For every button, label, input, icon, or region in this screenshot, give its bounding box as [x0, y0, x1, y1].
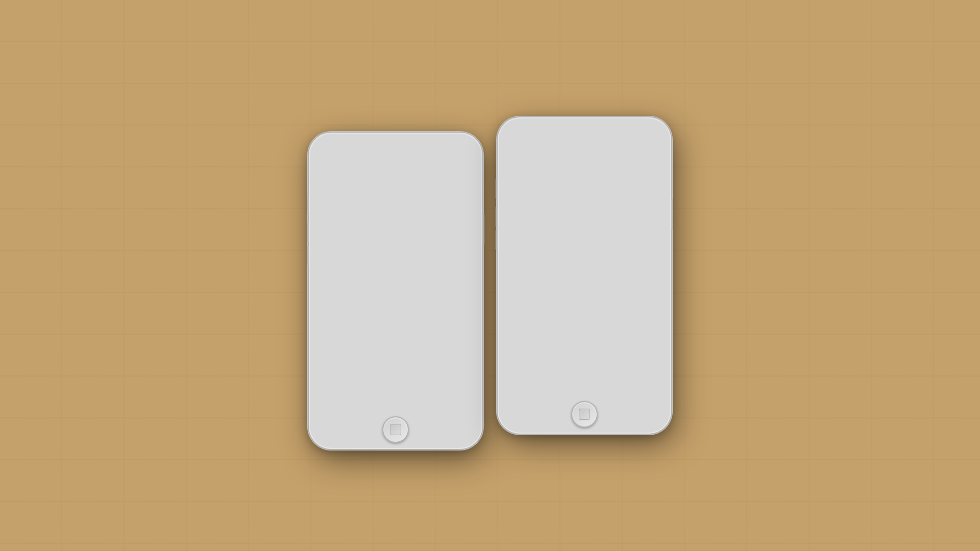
iphone-right: No SIM 06:39 ∗: [498, 117, 671, 434]
right-home-button[interactable]: [571, 401, 598, 428]
iphone-left: No SIM 06:39 ∗ 71%: [309, 133, 482, 449]
scene-container: No SIM 06:39 ∗ 71%: [309, 117, 671, 434]
left-home-button[interactable]: [382, 416, 409, 443]
